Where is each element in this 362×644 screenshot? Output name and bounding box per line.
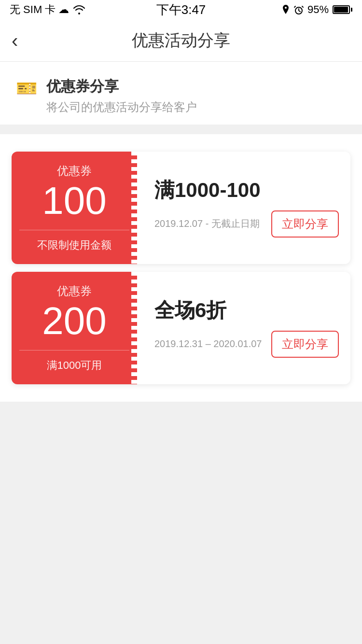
coupon-condition-1: 不限制使用金额 — [37, 238, 111, 252]
coupon-amount-1: 100 — [42, 182, 106, 220]
section-subtitle: 将公司的优惠活动分享给客户 — [46, 99, 197, 115]
location-icon — [281, 4, 290, 15]
status-bar: 无 SIM 卡 ☁ 下午3:47 95% — [0, 0, 362, 19]
status-right: 95% — [281, 3, 352, 16]
section-text: 优惠券分享 将公司的优惠活动分享给客户 — [46, 76, 197, 115]
coupon-card-1: 优惠券 100 不限制使用金额 满1000-100 2019.12.07 - 无… — [12, 152, 350, 264]
status-left: 无 SIM 卡 ☁ — [10, 2, 85, 17]
coupon-left-1: 优惠券 100 不限制使用金额 — [12, 152, 137, 264]
coupon-right-1: 满1000-100 2019.12.07 - 无截止日期 立即分享 — [137, 152, 350, 264]
share-button-2[interactable]: 立即分享 — [271, 331, 339, 358]
coupons-container: 优惠券 100 不限制使用金额 满1000-100 2019.12.07 - 无… — [0, 134, 362, 402]
sim-label: 无 SIM 卡 ☁ — [10, 2, 69, 17]
battery-icon — [333, 5, 352, 14]
coupon-date-1: 2019.12.07 - 无截止日期 — [154, 217, 265, 230]
coupon-condition-2: 满1000可用 — [47, 358, 102, 373]
coupon-footer-2: 2019.12.31 – 2020.01.07 立即分享 — [154, 331, 339, 358]
section-title: 优惠券分享 — [46, 76, 197, 97]
coupon-card-2: 优惠券 200 满1000可用 全场6折 2019.12.31 – 2020.0… — [12, 272, 350, 384]
coupon-footer-1: 2019.12.07 - 无截止日期 立即分享 — [154, 210, 339, 238]
coupon-date-2: 2019.12.31 – 2020.01.07 — [154, 338, 265, 350]
coupon-icon: 🎫 — [14, 76, 39, 100]
battery-percent: 95% — [307, 3, 329, 16]
coupon-divider-1 — [19, 230, 129, 230]
coupon-right-2: 全场6折 2019.12.31 – 2020.01.07 立即分享 — [137, 272, 350, 384]
section-header: 🎫 优惠券分享 将公司的优惠活动分享给客户 — [0, 62, 362, 125]
coupon-label-2: 优惠券 — [57, 283, 92, 299]
section-divider — [0, 125, 362, 134]
coupon-label-1: 优惠券 — [57, 163, 92, 179]
share-button-1[interactable]: 立即分享 — [271, 210, 339, 238]
coupon-name-2: 全场6折 — [154, 298, 339, 322]
back-button[interactable]: ‹ — [12, 31, 18, 50]
coupon-amount-2: 200 — [42, 302, 106, 340]
coupon-left-2: 优惠券 200 满1000可用 — [12, 272, 137, 384]
empty-background — [0, 402, 362, 644]
coupon-name-1: 满1000-100 — [154, 178, 339, 202]
coupon-divider-2 — [19, 350, 129, 350]
wifi-icon — [73, 5, 85, 14]
alarm-icon — [294, 4, 304, 15]
status-time: 下午3:47 — [156, 1, 206, 18]
nav-bar: ‹ 优惠活动分享 — [0, 19, 362, 62]
page-title: 优惠活动分享 — [132, 29, 230, 52]
